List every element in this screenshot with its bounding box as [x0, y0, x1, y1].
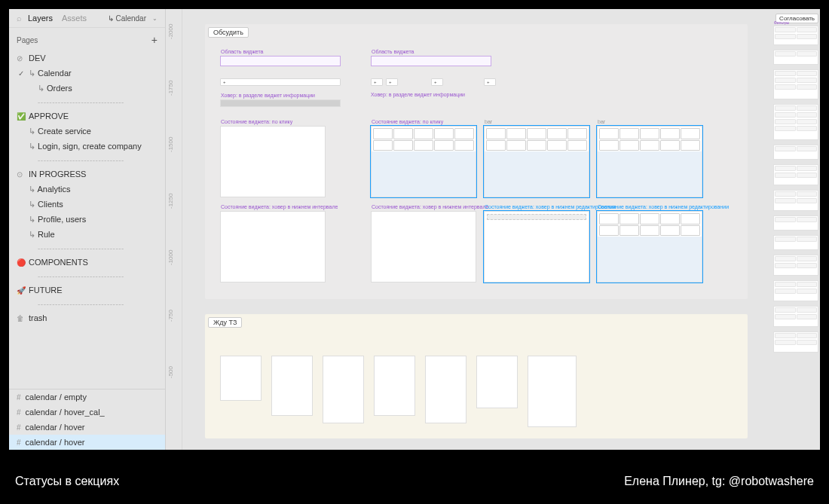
- layer-item[interactable]: #calendar / hover: [9, 420, 165, 435]
- rail-block[interactable]: [773, 280, 818, 301]
- mini-6[interactable]: [476, 356, 518, 408]
- search-icon[interactable]: ⌕: [17, 14, 22, 23]
- page-item[interactable]: ⊙IN PROGRESS: [9, 166, 165, 182]
- frame-widget-empty-1[interactable]: Состояние виджета: по клику: [220, 126, 326, 197]
- frame-icon: #: [17, 423, 21, 432]
- page-item[interactable]: Analytics: [9, 182, 165, 197]
- rail-block[interactable]: [773, 255, 818, 276]
- layer-item[interactable]: #calendar / hover: [9, 435, 165, 450]
- caption-bar: Статусы в секциях Елена Плинер, tg: @rob…: [0, 459, 829, 504]
- frame-icon: #: [17, 438, 21, 447]
- page-item[interactable]: Profile, users: [9, 212, 165, 227]
- page-prefix-icon: 🗑: [17, 314, 24, 322]
- frame-breadcrumb[interactable]: Calendar: [108, 14, 146, 23]
- mini-2[interactable]: [271, 356, 313, 416]
- rail-block[interactable]: [773, 50, 818, 65]
- ruler-tick: -1000: [167, 250, 174, 265]
- panel-tabs: Layers Assets: [28, 14, 102, 23]
- frame-row5-2[interactable]: Состояние виджета: ховер в нижнем интерв…: [371, 211, 476, 283]
- caption-left: Статусы в секциях: [15, 475, 119, 488]
- page-label: Rule: [29, 230, 55, 240]
- mini-3[interactable]: [323, 356, 364, 423]
- mini-7[interactable]: [528, 356, 577, 427]
- page-label: FUTURE: [29, 286, 63, 295]
- page-divider: ------------------------------: [9, 270, 165, 283]
- rail-block[interactable]: [773, 145, 818, 160]
- rail-block[interactable]: [773, 215, 818, 231]
- frame-row5-4[interactable]: Состояние виджета: ховер в нижнем редакт…: [597, 211, 702, 283]
- mini-1[interactable]: [220, 356, 262, 401]
- frame-icon: #: [17, 393, 21, 402]
- mini-4[interactable]: [374, 356, 415, 416]
- chevron-down-icon[interactable]: ⌄: [152, 15, 158, 22]
- rail-block[interactable]: [773, 69, 818, 99]
- page-item[interactable]: ✅APPROVE: [9, 108, 165, 124]
- button-chip-4[interactable]: +: [484, 78, 496, 86]
- page-label: Calendar: [29, 69, 72, 78]
- ruler-tick: -500: [167, 366, 174, 378]
- page-divider: ------------------------------: [9, 96, 165, 108]
- section-agree[interactable]: Фильтры: [773, 26, 818, 357]
- left-panel: ⌕ Layers Assets Calendar ⌄ Pages + ⊘DEVC…: [9, 9, 166, 450]
- frame-area-2[interactable]: Область виджета: [371, 56, 491, 66]
- rail-block[interactable]: [773, 104, 818, 140]
- frame-bar-1[interactable]: Состояние виджета: по клику: [371, 126, 476, 197]
- page-divider: ------------------------------: [9, 242, 165, 255]
- ruler-tick: -750: [167, 310, 174, 322]
- page-item[interactable]: Calendar: [9, 66, 165, 81]
- page-prefix-icon: ⊘: [17, 54, 23, 63]
- ruler-tick: -2000: [167, 24, 174, 39]
- page-label: DEV: [29, 53, 46, 63]
- page-label: COMPONENTS: [29, 258, 88, 267]
- page-label: Clients: [29, 200, 63, 209]
- page-label: Orders: [38, 84, 72, 93]
- ruler-tick: -1500: [167, 137, 174, 152]
- frame-bar-2[interactable]: bar: [484, 126, 589, 197]
- frame-row5-1[interactable]: Состояние виджета: ховер в нижнем интерв…: [220, 211, 326, 283]
- rail-block[interactable]: [773, 306, 818, 327]
- button-chip-1[interactable]: +: [371, 78, 383, 86]
- frame-hover-1[interactable]: Ховер: в разделе виджет информации: [220, 99, 341, 107]
- page-label: Profile, users: [29, 215, 86, 225]
- page-item[interactable]: 🗑trash: [9, 310, 165, 325]
- pages-header: Pages +: [9, 28, 165, 50]
- pages-label: Pages: [17, 36, 38, 44]
- mini-5[interactable]: [425, 356, 467, 423]
- button-chip-2[interactable]: +: [386, 78, 398, 86]
- layer-item[interactable]: #calendar / empty: [9, 389, 165, 405]
- frame-hover-2[interactable]: Ховер: в разделе виджет информации: [371, 99, 491, 107]
- page-item[interactable]: Orders: [9, 81, 165, 96]
- page-prefix-icon: 🔴: [17, 258, 26, 267]
- rail-block[interactable]: Фильтры: [773, 26, 818, 45]
- tab-layers[interactable]: Layers: [28, 14, 53, 23]
- rail-block[interactable]: [773, 190, 818, 211]
- tab-assets[interactable]: Assets: [62, 14, 87, 23]
- frame-bar-3[interactable]: bar: [597, 126, 702, 197]
- layer-item[interactable]: #calendar / hover_cal_: [9, 405, 165, 420]
- rail-block[interactable]: [773, 164, 818, 185]
- page-item[interactable]: 🚀FUTURE: [9, 283, 165, 298]
- section-waiting[interactable]: Жду ТЗ: [205, 314, 748, 438]
- page-item[interactable]: Create service: [9, 124, 165, 139]
- section-discuss[interactable]: Обсудить Область виджета Область виджета…: [205, 24, 748, 299]
- frame-area-1[interactable]: Область виджета: [220, 56, 341, 66]
- ruler-tick: -1250: [167, 194, 174, 209]
- page-prefix-icon: ⊙: [17, 170, 23, 179]
- page-item[interactable]: Login, sign, create company: [9, 139, 165, 154]
- section-tag-2[interactable]: Жду ТЗ: [208, 317, 242, 328]
- frame-row5-3[interactable]: Состояние виджета: ховер в нижнем редакт…: [484, 211, 589, 283]
- button-widget-1[interactable]: +: [220, 78, 341, 86]
- app-window: ⌕ Layers Assets Calendar ⌄ Pages + ⊘DEVC…: [9, 9, 820, 450]
- add-page-button[interactable]: +: [151, 34, 158, 46]
- page-item[interactable]: 🔴COMPONENTS: [9, 255, 165, 270]
- button-chip-3[interactable]: +: [431, 78, 443, 86]
- rail-block[interactable]: [773, 331, 818, 353]
- page-item[interactable]: Rule: [9, 227, 165, 242]
- page-label: Analytics: [29, 185, 70, 194]
- page-label: Login, sign, create company: [29, 142, 142, 151]
- page-item[interactable]: ⊘DEV: [9, 50, 165, 66]
- section-tag[interactable]: Обсудить: [208, 27, 249, 38]
- page-item[interactable]: Clients: [9, 197, 165, 212]
- canvas[interactable]: Обсудить Область виджета Область виджета…: [182, 9, 820, 450]
- rail-block[interactable]: [773, 235, 818, 250]
